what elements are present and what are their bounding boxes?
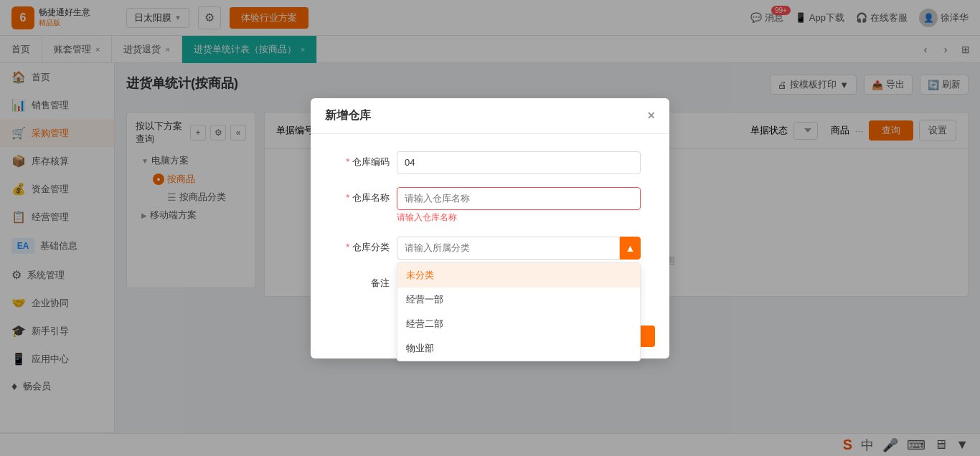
code-input-wrap xyxy=(397,151,641,174)
dialog-title: 新增仓库 xyxy=(325,108,371,123)
category-input-wrap: ▲ 未分类 经营一部 经营二部 物业部 xyxy=(397,237,641,260)
category-label: 仓库分类 xyxy=(339,237,397,254)
dialog-body: 仓库编码 仓库名称 请输入仓库名称 仓库分类 xyxy=(311,134,669,317)
dropdown-item-dept1[interactable]: 经营一部 xyxy=(397,288,640,312)
dropdown-item-dept2[interactable]: 经营二部 xyxy=(397,312,640,336)
name-input-wrap: 请输入仓库名称 xyxy=(397,187,641,224)
dialog-close-icon[interactable]: × xyxy=(647,108,655,123)
dialog-overlay: 新增仓库 × 仓库编码 仓库名称 请输入仓库名称 xyxy=(0,0,980,456)
dropdown-item-uncategorized[interactable]: 未分类 xyxy=(397,263,640,288)
category-input[interactable] xyxy=(397,237,620,260)
code-label: 仓库编码 xyxy=(339,151,397,168)
form-row-code: 仓库编码 xyxy=(339,151,641,174)
dialog-header: 新增仓库 × xyxy=(311,98,669,134)
name-error-msg: 请输入仓库名称 xyxy=(397,212,641,224)
name-input[interactable] xyxy=(397,187,641,210)
remark-label: 备注 xyxy=(339,272,397,290)
name-label: 仓库名称 xyxy=(339,187,397,204)
form-row-name: 仓库名称 请输入仓库名称 xyxy=(339,187,641,224)
category-input-group: ▲ xyxy=(397,237,641,260)
category-dropdown-btn[interactable]: ▲ xyxy=(620,237,641,260)
dropdown-item-property[interactable]: 物业部 xyxy=(397,336,640,361)
form-row-category: 仓库分类 ▲ 未分类 经营一部 经营二部 物业部 xyxy=(339,237,641,260)
chevron-up-icon: ▲ xyxy=(625,242,635,254)
category-dropdown-list: 未分类 经营一部 经营二部 物业部 xyxy=(397,262,641,361)
code-input[interactable] xyxy=(397,151,641,174)
new-warehouse-dialog: 新增仓库 × 仓库编码 仓库名称 请输入仓库名称 xyxy=(311,98,669,358)
